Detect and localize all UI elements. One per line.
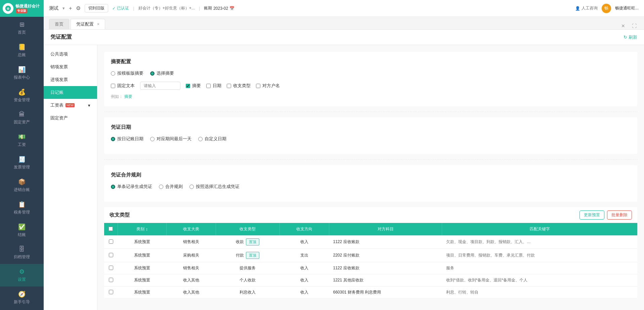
left-nav-sales-invoice[interactable]: 销项发票: [44, 61, 97, 73]
row-checkbox-cell[interactable]: [104, 249, 118, 262]
row-checkbox-cell[interactable]: [104, 235, 118, 249]
dropdown-arrow-icon[interactable]: ▾: [62, 6, 65, 11]
sidebar-item-home[interactable]: ⊞ 首页: [0, 17, 44, 39]
table-row: 系统预置 采购相关 付款 置顶 支出 2202 应付账款 项目、日常费用、报销款…: [104, 249, 637, 262]
svg-text:会: 会: [6, 7, 10, 10]
select-all-checkbox[interactable]: [109, 227, 113, 231]
row-checkbox-cell[interactable]: [104, 262, 118, 274]
calendar-icon[interactable]: 📅: [229, 6, 234, 11]
left-nav-fixed-assets[interactable]: 固定资产: [44, 112, 97, 124]
radio-merge-rule[interactable]: 合并规则: [159, 184, 183, 190]
checkbox-type[interactable]: 收支类型: [227, 83, 251, 89]
row-direction: 收入: [280, 235, 329, 249]
sidebar-item-tax[interactable]: 📋 税务管理: [0, 197, 44, 219]
row-keywords: 欠款、现金、项目款、到款、报销款、汇入、…: [442, 235, 637, 249]
reports-icon: 📊: [18, 66, 26, 73]
tab-close-icon[interactable]: ×: [97, 22, 100, 27]
th-checkbox: [104, 223, 118, 235]
row-subject: 660301 财务费用 利息费用: [329, 286, 442, 299]
row-major-type: 销售相关: [166, 235, 216, 249]
table-row: 系统预置 销售相关 提供服务 收入 1122 应收账款 服务: [104, 262, 637, 274]
sidebar: 会 畅捷通好会计 专业版 ⊞ 首页 📒 总账 📊 报表中心 💰 资金管理 🏛 固…: [0, 0, 44, 310]
table-actions: 更新预置 批量删除: [579, 210, 632, 220]
date-section-title: 凭证日期: [111, 124, 631, 130]
fixed-text-input[interactable]: [140, 82, 180, 90]
row-checkbox-cell[interactable]: [104, 286, 118, 299]
topbar-right: 👤 人工咨询 畅 畅捷通旺旺...: [575, 4, 639, 13]
radio-period-last[interactable]: 对应期间最后一天: [150, 136, 191, 142]
sidebar-item-settings[interactable]: ⚙ 设置: [0, 264, 44, 286]
logo-badge: 专业版: [16, 9, 27, 13]
sidebar-item-label: 结账: [18, 232, 26, 238]
sidebar-item-label: 归档管理: [14, 254, 30, 260]
left-nav-salary-table[interactable]: 工资表 NEW ▾: [44, 99, 97, 112]
sidebar-item-archive[interactable]: 🗄 归档管理: [0, 242, 44, 264]
row-direction: 收入: [280, 274, 329, 286]
sidebar-item-label: 总账: [18, 52, 26, 58]
sidebar-item-assets[interactable]: 🏛 固定资产: [0, 107, 44, 129]
switch-version-button[interactable]: 切到旧版: [85, 4, 108, 12]
row-checkbox[interactable]: [109, 290, 113, 294]
new-badge: NEW: [66, 103, 75, 107]
logo-icon: 会: [3, 3, 13, 14]
th-subject: 对方科目: [329, 223, 442, 235]
capital-icon: 💰: [18, 88, 26, 96]
row-category: 系统预置: [118, 262, 166, 274]
sidebar-item-invoices[interactable]: 🧾 发票管理: [0, 152, 44, 174]
reset-tag[interactable]: 置顶: [246, 238, 259, 245]
checkbox-counterpart[interactable]: 对方户名: [256, 83, 280, 89]
checkbox-date[interactable]: 日期: [206, 83, 221, 89]
row-keywords: 服务: [442, 262, 637, 274]
row-checkbox[interactable]: [109, 253, 113, 257]
salary-icon: 💵: [18, 133, 26, 141]
row-subject: 1122 应收账款: [329, 235, 442, 249]
date-radio-group: 按日记账日期 对应期间最后一天 自定义日期: [111, 136, 631, 142]
row-checkbox-cell[interactable]: [104, 274, 118, 286]
table-row: 系统预置 销售相关 收款 置顶 收入 1122 应收账款 欠款、现金、项目款、到…: [104, 235, 637, 249]
sidebar-item-salary[interactable]: 💵 工资: [0, 129, 44, 152]
radio-select[interactable]: 选择摘要: [150, 70, 174, 76]
verified-tag: ✓ 已认证: [112, 5, 129, 11]
row-expense-type: 利息收入: [216, 286, 280, 299]
ledger-icon: 📒: [18, 43, 26, 51]
sidebar-item-reports[interactable]: 📊 报表中心: [0, 62, 44, 84]
income-expense-section: 收支类型 更新预置 批量删除: [104, 207, 637, 299]
tab-home[interactable]: 首页: [49, 19, 69, 29]
left-nav-public[interactable]: 公共选项: [44, 48, 97, 61]
row-category: 系统预置: [118, 249, 166, 262]
row-checkbox[interactable]: [109, 278, 113, 282]
row-checkbox[interactable]: [109, 239, 113, 244]
radio-template[interactable]: 按模板版摘要: [111, 70, 143, 76]
reset-tag[interactable]: 置顶: [246, 252, 259, 259]
close-window-icon[interactable]: ✕: [619, 23, 627, 29]
maximize-window-icon[interactable]: ⛶: [630, 23, 639, 29]
left-nav-purchase-invoice[interactable]: 进项发票: [44, 73, 97, 86]
sidebar-item-purchase[interactable]: 📦 进销台账: [0, 174, 44, 197]
checkbox-fixed-text[interactable]: 固定文本: [111, 83, 135, 89]
sidebar-item-ledger[interactable]: 📒 总账: [0, 39, 44, 62]
content-area: 凭证配置 ↻ 刷新 公共选项 销项发票 进项发票: [44, 30, 644, 310]
checkbox-summary[interactable]: 摘要: [186, 83, 201, 89]
topbar-gear-icon[interactable]: ⚙: [76, 5, 81, 11]
sidebar-item-settle[interactable]: ✅ 结账: [0, 219, 44, 242]
tab-voucher-config[interactable]: 凭证配置 ×: [71, 19, 105, 29]
user-avatar[interactable]: 畅: [602, 4, 611, 13]
sidebar-item-label: 工资: [18, 142, 26, 148]
radio-journal-date[interactable]: 按日记账日期: [111, 136, 143, 142]
radio-custom-date[interactable]: 自定义日期: [198, 136, 226, 142]
support-button[interactable]: 👤 人工咨询: [575, 5, 598, 11]
add-icon[interactable]: +: [69, 5, 72, 11]
refresh-button[interactable]: ↻ 刷新: [624, 34, 637, 40]
sidebar-item-capital[interactable]: 💰 资金管理: [0, 84, 44, 107]
radio-single[interactable]: 单条记录生成凭证: [111, 184, 152, 190]
summary-section-title: 摘要配置: [111, 59, 631, 65]
row-checkbox[interactable]: [109, 266, 113, 270]
update-preset-button[interactable]: 更新预置: [579, 210, 604, 220]
username-label[interactable]: 畅捷通旺旺...: [615, 5, 639, 11]
left-nav-journal[interactable]: 日记账: [44, 86, 97, 99]
radio-select-total[interactable]: 按照选择汇总生成凭证: [189, 184, 240, 190]
table-row: 系统预置 收入其他 利息收入 收入 660301 财务费用 利息费用 利息、行转…: [104, 286, 637, 299]
batch-delete-button[interactable]: 批量删除: [607, 210, 632, 220]
settle-icon: ✅: [18, 223, 26, 231]
sidebar-item-guide[interactable]: 🧭 新手引导: [0, 286, 44, 309]
